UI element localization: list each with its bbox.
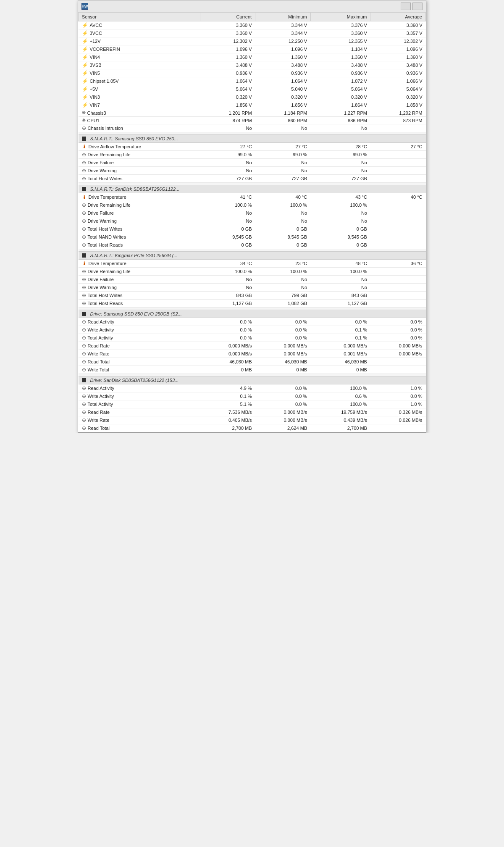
minimum-value: 0 MB xyxy=(255,366,311,374)
current-value: 0.000 MB/s xyxy=(200,350,255,358)
sensor-name: ❋ Chassis3 xyxy=(82,110,197,116)
sensor-name: ⊖ Write Activity xyxy=(82,327,197,333)
maximum-value: 28 °C xyxy=(310,143,370,151)
sensor-name-cell: ⊖ Write Total xyxy=(79,366,200,374)
sensor-label: 3VCC xyxy=(90,31,102,36)
sensor-name-cell: ⚡ VIN7 xyxy=(79,101,200,109)
current-value: 0.0 % xyxy=(200,318,255,326)
sensor-name-cell: ⊖ Drive Remaining Life xyxy=(79,151,200,159)
minimum-value: 0.000 MB/s xyxy=(255,416,311,424)
sensor-label: Write Rate xyxy=(88,351,110,356)
minimum-value: 0 GB xyxy=(255,241,311,249)
current-value: 0 MB xyxy=(200,366,255,374)
average-value xyxy=(370,358,426,366)
sensor-name-cell: ⊖ Total Host Reads xyxy=(79,300,200,308)
sensor-name-cell: ⊖ Read Rate xyxy=(79,342,200,350)
sensor-label: VIN7 xyxy=(90,103,100,108)
circle-icon: ⊖ xyxy=(82,292,86,298)
minimize-button[interactable] xyxy=(401,3,411,10)
average-value: 5.064 V xyxy=(370,85,426,93)
circle-icon: ⊖ xyxy=(82,367,86,373)
table-row: ⊖ Write Total 0 MB 0 MB 0 MB xyxy=(79,366,426,374)
current-value: 1.856 V xyxy=(200,101,255,109)
sensor-name: ⊖ Total Activity xyxy=(82,335,197,341)
sensor-name: 🌡 Drive Temperature xyxy=(82,194,197,200)
average-value xyxy=(370,209,426,217)
sensor-name: ⊖ Read Activity xyxy=(82,319,197,325)
bolt-icon: ⚡ xyxy=(82,62,88,68)
sensor-label: Drive Temperature xyxy=(89,261,126,266)
average-value: 12.302 V xyxy=(370,37,426,45)
average-value: 3.360 V xyxy=(370,21,426,29)
sensor-name: ⊖ Drive Remaining Life xyxy=(82,268,197,274)
sensor-name: ⊖ Write Total xyxy=(82,367,197,373)
current-value: 99.0 % xyxy=(200,151,255,159)
sensor-name: ⚡ 3VSB xyxy=(82,62,197,68)
minimum-value: 3.344 V xyxy=(255,29,311,37)
bolt-icon: ⚡ xyxy=(82,30,88,36)
sensor-name: ⊖ Read Total xyxy=(82,425,197,431)
table-row: ⚡ Chipset 1.05V 1.064 V 1.064 V 1.072 V … xyxy=(79,77,426,85)
table-row: ⊖ Total Host Writes 843 GB 799 GB 843 GB xyxy=(79,292,426,300)
table-row: ⚡ VIN7 1.856 V 1.856 V 1.864 V 1.858 V xyxy=(79,101,426,109)
sensor-name: ⚡ 3VCC xyxy=(82,30,197,36)
circle-icon: ⊖ xyxy=(82,152,86,158)
table-row: ⊖ Drive Warning No No No xyxy=(79,167,426,175)
maximum-value: 3.360 V xyxy=(310,29,370,37)
section-header: S.M.A.R.T.: Kingmax PCIe SSD 256GB (... xyxy=(79,252,426,260)
minimum-value: 1.360 V xyxy=(255,53,311,61)
sensor-name-cell: ⚡ +5V xyxy=(79,85,200,93)
current-value: 0.936 V xyxy=(200,69,255,77)
minimum-value: 0.000 MB/s xyxy=(255,350,311,358)
current-value: No xyxy=(200,159,255,167)
minimum-value: 860 RPM xyxy=(255,117,311,124)
sensor-name-cell: ⊖ Read Activity xyxy=(79,384,200,392)
current-value: 7.536 MB/s xyxy=(200,408,255,416)
table-row: ⊖ Total Host Writes 0 GB 0 GB 0 GB xyxy=(79,225,426,233)
maximum-value: 12.355 V xyxy=(310,37,370,45)
section-header: Drive: SanDisk SD8SBAT256G1122 (153... xyxy=(79,376,426,384)
current-value: 843 GB xyxy=(200,292,255,300)
maximum-value: 2,700 MB xyxy=(310,424,370,432)
sensor-name: ⊖ Total Host Writes xyxy=(82,292,197,298)
sensor-name-cell: ⊖ Total Host Writes xyxy=(79,225,200,233)
average-value xyxy=(370,292,426,300)
table-row: ⊖ Read Rate 0.000 MB/s 0.000 MB/s 0.000 … xyxy=(79,342,426,350)
current-value: 0.320 V xyxy=(200,93,255,101)
current-value: 5.1 % xyxy=(200,400,255,408)
circle-icon: ⊖ xyxy=(82,176,86,182)
circle-icon: ⊖ xyxy=(82,327,86,333)
average-value xyxy=(370,225,426,233)
table-row: ⚡ AVCC 3.360 V 3.344 V 3.376 V 3.360 V xyxy=(79,21,426,29)
maximum-value: 3.376 V xyxy=(310,21,370,29)
average-value xyxy=(370,424,426,432)
maximum-value: 0.000 MB/s xyxy=(310,342,370,350)
average-value: 0.0 % xyxy=(370,318,426,326)
maximize-button[interactable] xyxy=(412,3,423,10)
sensor-name-cell: ❋ CPU1 xyxy=(79,117,200,124)
average-value: 0.000 MB/s xyxy=(370,342,426,350)
current-value: 46,030 MB xyxy=(200,358,255,366)
maximum-value: 0 MB xyxy=(310,366,370,374)
sensor-name-cell: ⊖ Read Activity xyxy=(79,318,200,326)
sensor-name-cell: ⊖ Total Host Writes xyxy=(79,292,200,300)
minimum-value: 27 °C xyxy=(255,143,311,151)
sensor-name: ⚡ VIN7 xyxy=(82,102,197,108)
minimum-value: 100.0 % xyxy=(255,201,311,209)
table-row: ⊖ Total Host Reads 0 GB 0 GB 0 GB xyxy=(79,241,426,249)
table-row: ⚡ VIN5 0.936 V 0.936 V 0.936 V 0.936 V xyxy=(79,69,426,77)
current-value: 0 GB xyxy=(200,225,255,233)
minimum-value: 3.488 V xyxy=(255,61,311,69)
bolt-icon: ⚡ xyxy=(82,102,88,108)
sensor-name-cell: ⚡ AVCC xyxy=(79,21,200,29)
sensor-name-cell: ⊖ Write Activity xyxy=(79,326,200,334)
minimum-value: No xyxy=(255,284,311,292)
sensor-label: Total Host Reads xyxy=(88,242,123,247)
section-block-icon xyxy=(82,253,86,258)
current-value: 2,700 MB xyxy=(200,424,255,432)
sensor-name: ⚡ VIN5 xyxy=(82,70,197,76)
maximum-value: 19.759 MB/s xyxy=(310,408,370,416)
sensor-label: Total Host Writes xyxy=(88,176,123,181)
minimum-value: No xyxy=(255,124,311,132)
average-value xyxy=(370,151,426,159)
